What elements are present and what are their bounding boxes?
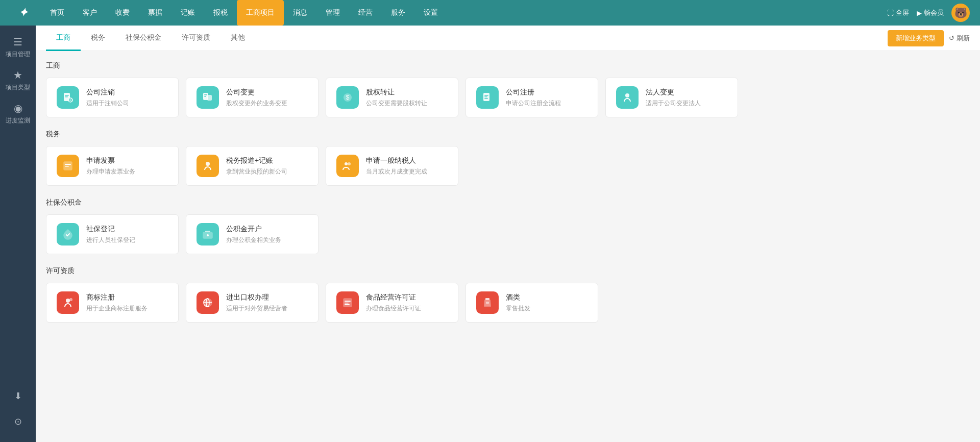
- card-info-import-export: 进出口权办理 适用于对外贸易经营者: [226, 293, 308, 313]
- card-title-legal-change: 法人变更: [646, 88, 727, 97]
- tab-license[interactable]: 许可资质: [172, 26, 220, 51]
- card-icon-company-register: [476, 86, 499, 109]
- card-info-provident-fund: 公积金开户 办理公积金相关业务: [226, 225, 308, 244]
- sidebar-label-progress: 进度监测: [6, 116, 30, 125]
- nav-operation[interactable]: 经营: [349, 0, 382, 26]
- card-trademark[interactable]: 商标注册 用于企业商标注册服务: [46, 283, 179, 323]
- card-desc-trademark: 用于企业商标注册服务: [86, 304, 168, 313]
- vip-icon: ▶: [917, 9, 922, 17]
- new-type-button[interactable]: 新增业务类型: [888, 30, 944, 46]
- sidebar-download-btn[interactable]: ⬇: [0, 383, 36, 409]
- card-icon-trademark: [57, 291, 79, 314]
- card-alcohol[interactable]: 酒类 零售批发: [465, 283, 598, 323]
- card-info-equity-transfer: 股权转让 公司变更需要股权转让: [366, 88, 448, 108]
- svg-rect-7: [204, 96, 206, 97]
- svg-rect-17: [65, 164, 71, 165]
- nav-client[interactable]: 客户: [74, 0, 106, 26]
- refresh-icon: ↺: [949, 34, 954, 42]
- vip-btn[interactable]: ▶ 畅会员: [917, 8, 944, 17]
- nav-service[interactable]: 服务: [382, 0, 414, 26]
- card-desc-import-export: 适用于对外贸易经营者: [226, 304, 308, 313]
- nav-home[interactable]: 首页: [41, 0, 74, 26]
- refresh-label: 刷新: [957, 34, 970, 43]
- card-title-general-taxpayer: 申请一般纳税人: [366, 156, 448, 165]
- card-general-taxpayer[interactable]: 申请一般纳税人 当月或次月成变更完成: [326, 146, 458, 186]
- nav-accounting[interactable]: 记账: [172, 0, 204, 26]
- card-icon-general-taxpayer: [336, 155, 359, 177]
- sidebar-item-project-type[interactable]: ★ 项目类型: [0, 64, 36, 97]
- fullscreen-label: 全屏: [896, 8, 909, 17]
- card-desc-general-taxpayer: 当月或次月成变更完成: [366, 167, 448, 176]
- svg-point-26: [69, 298, 72, 301]
- svg-rect-13: [484, 96, 487, 97]
- nav-settings[interactable]: 设置: [414, 0, 447, 26]
- card-desc-invoice: 办理申请发票业务: [86, 167, 168, 176]
- card-desc-equity-transfer: 公司变更需要股权转让: [366, 99, 448, 108]
- card-desc-alcohol: 零售批发: [506, 304, 587, 313]
- card-info-company-cancel: 公司注销 适用于注销公司: [86, 88, 168, 108]
- nav-fee[interactable]: 收费: [106, 0, 139, 26]
- card-icon-equity-transfer: $: [336, 86, 359, 109]
- card-tax-report[interactable]: 税务报道+记账 拿到营业执照的新公司: [186, 146, 318, 186]
- svg-rect-6: [204, 94, 207, 95]
- svg-rect-1: [65, 95, 69, 96]
- project-manage-icon: ☰: [13, 36, 22, 48]
- tab-social-fund[interactable]: 社保公积金: [115, 26, 172, 51]
- card-company-cancel[interactable]: 公司注销 适用于注销公司: [46, 78, 179, 117]
- nav-manage[interactable]: 管理: [316, 0, 349, 26]
- card-company-change[interactable]: 公司变更 股权变更外的业务变更: [186, 78, 318, 117]
- card-icon-social-insurance: [57, 223, 79, 245]
- svg-point-21: [348, 162, 351, 165]
- card-desc-social-insurance: 进行人员社保登记: [86, 236, 168, 244]
- card-icon-company-cancel: [57, 86, 79, 109]
- sidebar-item-progress[interactable]: ◉ 进度监测: [0, 97, 36, 130]
- card-info-food-license: 食品经营许可证 办理食品经营许可证: [366, 293, 448, 313]
- sidebar-location-btn[interactable]: ⊙: [0, 409, 36, 434]
- card-food-license[interactable]: 食品经营许可证 办理食品经营许可证: [326, 283, 458, 323]
- tab-other[interactable]: 其他: [220, 26, 255, 51]
- card-title-company-register: 公司注册: [506, 88, 587, 97]
- card-desc-company-cancel: 适用于注销公司: [86, 99, 168, 108]
- card-title-tax-report: 税务报道+记账: [226, 156, 308, 165]
- tabs-header: 工商 税务 社保公积金 许可资质 其他 新增业务类型 ↺ 刷新: [36, 26, 980, 51]
- section-title-tax: 税务: [46, 130, 970, 139]
- nav-bill[interactable]: 票据: [139, 0, 172, 26]
- card-icon-tax-report: [197, 155, 219, 177]
- tab-business[interactable]: 工商: [46, 26, 81, 51]
- card-title-equity-transfer: 股权转让: [366, 88, 448, 97]
- sidebar-item-project-manage[interactable]: ☰ 项目管理: [0, 31, 36, 64]
- cards-grid-tax: 申请发票 办理申请发票业务 税务报道+记账 拿到营业执照的新公司: [46, 146, 970, 186]
- svg-point-15: [625, 93, 629, 97]
- svg-rect-14: [484, 98, 488, 99]
- card-legal-change[interactable]: 法人变更 适用于公司变更法人: [605, 78, 738, 117]
- nav-business[interactable]: 工商项目: [237, 0, 284, 26]
- app-logo: ✦: [10, 0, 36, 26]
- card-company-register[interactable]: 公司注册 申请公司注册全流程: [465, 78, 598, 117]
- project-type-icon: ★: [13, 69, 22, 81]
- fullscreen-btn[interactable]: ⛶ 全屏: [887, 8, 909, 17]
- sidebar-bottom: ⬇ ⊙: [0, 383, 36, 442]
- nav-right: ⛶ 全屏 ▶ 畅会员 🐻: [887, 4, 970, 22]
- card-icon-provident-fund: [197, 223, 219, 245]
- card-icon-food-license: [336, 291, 359, 314]
- svg-rect-35: [486, 302, 489, 304]
- refresh-button[interactable]: ↺ 刷新: [949, 34, 970, 43]
- nav-message[interactable]: 消息: [284, 0, 316, 26]
- card-provident-fund[interactable]: 公积金开户 办理公积金相关业务: [186, 214, 318, 254]
- nav-tax[interactable]: 报税: [204, 0, 237, 26]
- card-info-social-insurance: 社保登记 进行人员社保登记: [86, 225, 168, 244]
- nav-items: 首页 客户 收费 票据 记账 报税 工商项目 消息 管理 经营 服务 设置: [41, 0, 887, 26]
- card-info-tax-report: 税务报道+记账 拿到营业执照的新公司: [226, 156, 308, 176]
- card-invoice[interactable]: 申请发票 办理申请发票业务: [46, 146, 179, 186]
- card-desc-provident-fund: 办理公积金相关业务: [226, 236, 308, 244]
- avatar: 🐻: [951, 4, 970, 22]
- card-info-company-change: 公司变更 股权变更外的业务变更: [226, 88, 308, 108]
- card-equity-transfer[interactable]: $ 股权转让 公司变更需要股权转让: [326, 78, 458, 117]
- tab-tax[interactable]: 税务: [81, 26, 115, 51]
- cards-grid-license: 商标注册 用于企业商标注册服务 进出口权办理: [46, 283, 970, 323]
- tabs-actions: 新增业务类型 ↺ 刷新: [888, 30, 970, 46]
- card-icon-invoice: [57, 155, 79, 177]
- svg-point-19: [206, 162, 210, 166]
- card-import-export[interactable]: 进出口权办理 适用于对外贸易经营者: [186, 283, 318, 323]
- card-social-insurance[interactable]: 社保登记 进行人员社保登记: [46, 214, 179, 254]
